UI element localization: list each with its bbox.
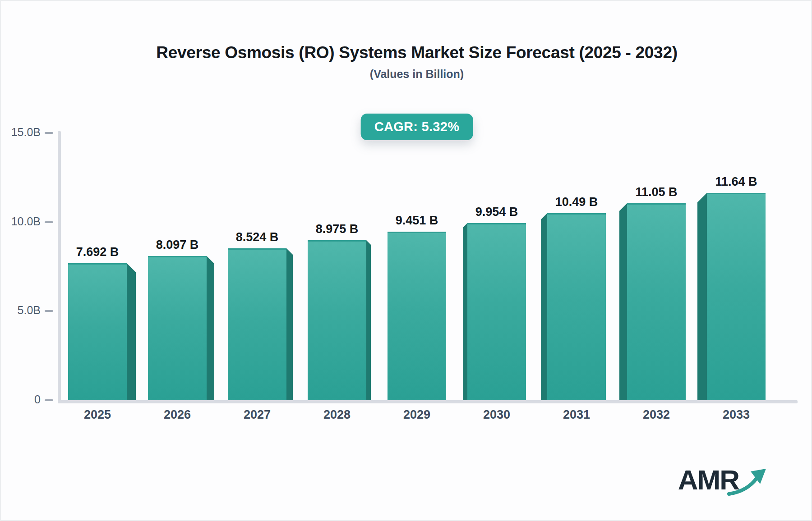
bar-value-label: 9.451 B: [396, 214, 438, 228]
bar: [68, 263, 127, 400]
bar-value-label: 8.524 B: [236, 230, 279, 244]
bar-3d-side: [619, 203, 627, 400]
chart-card: Reverse Osmosis (RO) Systems Market Size…: [0, 0, 812, 521]
bar-3d-side: [697, 193, 707, 400]
x-axis-label: 2030: [483, 408, 510, 422]
y-axis-line: [58, 131, 61, 403]
y-tick-label: 0: [1, 393, 41, 406]
y-tick-dash: [45, 221, 53, 223]
amr-logo: AMR: [678, 466, 769, 498]
bar: [467, 223, 526, 400]
y-tick-dash: [45, 399, 53, 401]
bar-value-label: 11.64 B: [715, 175, 757, 189]
bar: [148, 256, 207, 400]
bar-3d-side: [207, 256, 214, 400]
bar-3d-side: [366, 240, 371, 400]
x-axis-label: 2027: [244, 408, 271, 422]
x-axis-label: 2031: [563, 408, 590, 422]
bar: [388, 232, 446, 400]
bar: [707, 193, 766, 400]
x-axis-label: 2026: [164, 408, 191, 422]
y-tick-label: 10.0B: [1, 215, 41, 228]
y-tick-dash: [45, 132, 53, 134]
bar: [228, 248, 286, 400]
bar-3d-side: [286, 248, 293, 400]
bar-value-label: 9.954 B: [475, 205, 518, 219]
bar: [308, 240, 366, 400]
y-tick-label: 5.0B: [1, 304, 41, 317]
x-axis-line: [58, 400, 798, 403]
x-axis-label: 2032: [643, 408, 670, 422]
bar-value-label: 10.49 B: [555, 195, 598, 209]
x-axis-label: 2028: [323, 408, 351, 422]
bar-3d-side: [541, 213, 547, 400]
x-axis-label: 2033: [723, 408, 750, 422]
x-axis-label: 2029: [403, 408, 430, 422]
x-axis-label: 2025: [84, 408, 111, 422]
bar-value-label: 8.097 B: [156, 238, 199, 252]
bar: [627, 203, 686, 400]
plot-area: 15.0B10.0B5.0B07.692 B20258.097 B20268.5…: [1, 1, 812, 521]
y-tick-dash: [45, 310, 53, 312]
trend-arrow-icon: [727, 468, 769, 498]
bar-3d-side: [463, 223, 467, 400]
bar-value-label: 8.975 B: [316, 222, 359, 236]
y-tick-label: 15.0B: [1, 126, 41, 139]
bar: [547, 213, 606, 400]
bar-value-label: 11.05 B: [635, 185, 677, 199]
bar-3d-side: [127, 263, 136, 400]
bar-value-label: 7.692 B: [76, 245, 119, 259]
